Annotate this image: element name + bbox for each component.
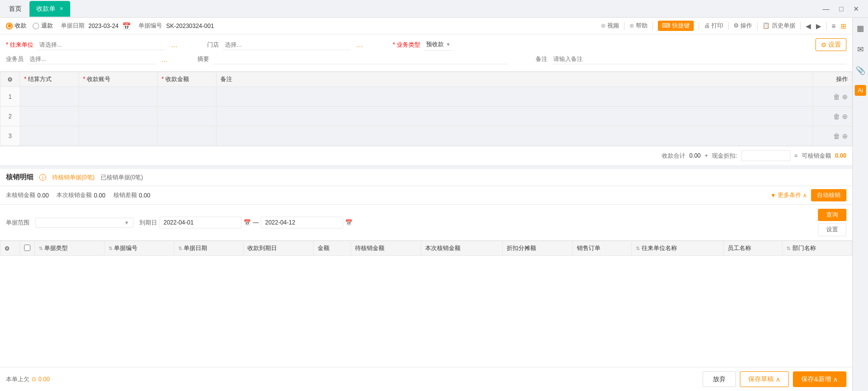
counterpart-more-btn[interactable]: …	[169, 41, 180, 49]
business-type-arrow[interactable]: ▼	[446, 42, 451, 47]
radio-receipt-dot	[6, 23, 13, 29]
minimize-btn[interactable]: —	[820, 4, 833, 14]
date-to-input[interactable]	[261, 217, 343, 228]
prev-icon[interactable]: ◀	[806, 22, 811, 30]
tab-receipt[interactable]: 收款单 ✕	[29, 1, 70, 17]
th2-due-date: 收款到期日	[244, 241, 314, 256]
help-btn[interactable]: ⊙ 帮助	[629, 22, 648, 30]
print-btn[interactable]: 🖨 打印	[704, 22, 723, 30]
this-order-icon[interactable]: ⊙	[31, 376, 36, 383]
history-btn[interactable]: 📋 历史单据	[762, 22, 795, 30]
close-btn[interactable]: ✕	[850, 4, 862, 14]
th-gear[interactable]: ⚙	[0, 72, 20, 87]
th2-doc-type[interactable]: ⇅ 单据类型	[35, 241, 105, 256]
th2-counterpart[interactable]: ⇅ 往来单位名称	[632, 241, 723, 256]
staff-more-btn[interactable]: …	[159, 56, 170, 63]
tab-close-icon[interactable]: ✕	[59, 6, 63, 11]
receipt-table-area: ⚙ 结算方式 收款账号 收款金额 备注 操作 1	[0, 72, 852, 146]
th2-gear[interactable]: ⚙	[0, 241, 20, 256]
row-amount[interactable]	[158, 126, 217, 146]
pending-tab[interactable]: 待核销单据(0笔)	[52, 173, 95, 182]
row-actions: 🗑 ⊕	[817, 112, 848, 120]
row-settlement[interactable]	[20, 126, 79, 146]
delete-icon[interactable]: 🗑	[833, 132, 840, 140]
row-remark[interactable]	[217, 126, 813, 146]
th2-staff: 员工名称	[723, 241, 783, 256]
net-value: 0.00	[835, 152, 846, 159]
list-icon[interactable]: ≡	[832, 22, 836, 30]
row-remark[interactable]	[217, 87, 813, 107]
store-input[interactable]	[223, 40, 351, 50]
sidebar-email-icon[interactable]: ✉	[855, 43, 866, 56]
form-settings-btn[interactable]: ⚙ 设置	[815, 38, 846, 51]
th2-doc-no[interactable]: ⇅ 单据编号	[104, 241, 174, 256]
stat-diff-label: 核销差额	[113, 191, 137, 199]
copy-icon[interactable]: ⊕	[842, 112, 848, 120]
doc-date-value[interactable]: 2023-03-24	[88, 23, 118, 29]
radio-refund-label: 退款	[41, 22, 53, 30]
video-btn[interactable]: ⊙ 视频	[601, 22, 619, 30]
tab-receipt-label: 收款单	[36, 4, 55, 13]
draft-btn[interactable]: 保存草稿 ∧	[740, 371, 789, 387]
row-settlement[interactable]	[20, 107, 79, 126]
draft-btn-label: 保存草稿	[748, 375, 774, 384]
delete-icon[interactable]: 🗑	[833, 112, 840, 120]
save-arrow-icon: ∧	[833, 376, 838, 383]
th2-doc-date[interactable]: ⇅ 单据日期	[174, 241, 244, 256]
grid-icon[interactable]: ⊞	[841, 22, 846, 30]
footer-left: 本单上欠 ⊙ 0.00	[6, 375, 50, 384]
row-settlement[interactable]	[20, 87, 79, 107]
th-remark: 备注	[217, 72, 813, 87]
date-to-icon[interactable]: 📅	[345, 219, 353, 226]
doc-date-icon[interactable]: 📅	[122, 22, 131, 30]
sort-icon2: ⇅	[108, 246, 112, 251]
filter-settings-btn[interactable]: 设置	[818, 223, 846, 236]
auto-verify-btn[interactable]: 自动核销	[811, 189, 846, 201]
operate-btn[interactable]: ⚙ 操作	[733, 22, 752, 30]
radio-refund[interactable]: 退款	[32, 22, 53, 30]
tab-home[interactable]: 首页	[2, 1, 28, 17]
divider4	[728, 22, 729, 30]
info-icon[interactable]: i	[39, 174, 46, 181]
main-wrapper: 收款 退款 单据日期 2023-03-24 📅 单据编号 SK-20230324…	[0, 18, 868, 391]
th-settlement: 结算方式	[20, 72, 79, 87]
discount-input[interactable]	[741, 150, 790, 161]
filter-actions: 查询 设置	[818, 209, 846, 236]
store-more-btn[interactable]: …	[354, 41, 365, 49]
row-account[interactable]	[79, 107, 158, 126]
row-account[interactable]	[79, 87, 158, 107]
summary-input[interactable]	[213, 54, 508, 64]
row-account[interactable]	[79, 126, 158, 146]
row-amount[interactable]	[158, 87, 217, 107]
maximize-btn[interactable]: □	[837, 4, 846, 14]
copy-icon[interactable]: ⊕	[842, 132, 848, 140]
row-amount[interactable]	[158, 107, 217, 126]
abandon-btn[interactable]: 放弃	[703, 371, 736, 387]
next-icon[interactable]: ▶	[816, 22, 821, 30]
date-from-input[interactable]	[159, 217, 242, 228]
equals-sign: =	[794, 152, 798, 159]
query-btn[interactable]: 查询	[818, 209, 846, 221]
th2-dept[interactable]: ⇅ 部门名称	[783, 241, 852, 256]
counterpart-input[interactable]	[37, 40, 165, 50]
copy-icon[interactable]: ⊕	[842, 93, 848, 101]
select-all-checkbox[interactable]	[24, 245, 30, 251]
more-conditions-btn[interactable]: ▼ 更多条件 ∧	[770, 191, 807, 199]
remark-input[interactable]	[551, 54, 846, 64]
staff-input[interactable]	[27, 54, 155, 64]
business-type-select[interactable]: 预收款 ▼	[424, 39, 453, 51]
radio-receipt[interactable]: 收款	[6, 22, 27, 30]
delete-icon[interactable]: 🗑	[833, 93, 840, 101]
shortcut-btn[interactable]: ⌨ 快捷键	[658, 21, 693, 31]
date-from-icon[interactable]: 📅	[244, 219, 251, 226]
save-btn[interactable]: 保存&新增 ∧	[793, 371, 846, 387]
this-order-value: 0.00	[38, 376, 50, 383]
sidebar-attach-icon[interactable]: 📎	[854, 64, 868, 77]
sidebar-ai-btn[interactable]: Ai	[855, 85, 866, 96]
completed-tab[interactable]: 已核销单据(0笔)	[101, 173, 143, 182]
range-select[interactable]: ▼	[35, 218, 134, 228]
sidebar-table-icon[interactable]: ▦	[855, 22, 866, 35]
table-row: 2 🗑 ⊕	[0, 107, 852, 126]
row-remark[interactable]	[217, 107, 813, 126]
plus-sign: +	[705, 152, 708, 159]
